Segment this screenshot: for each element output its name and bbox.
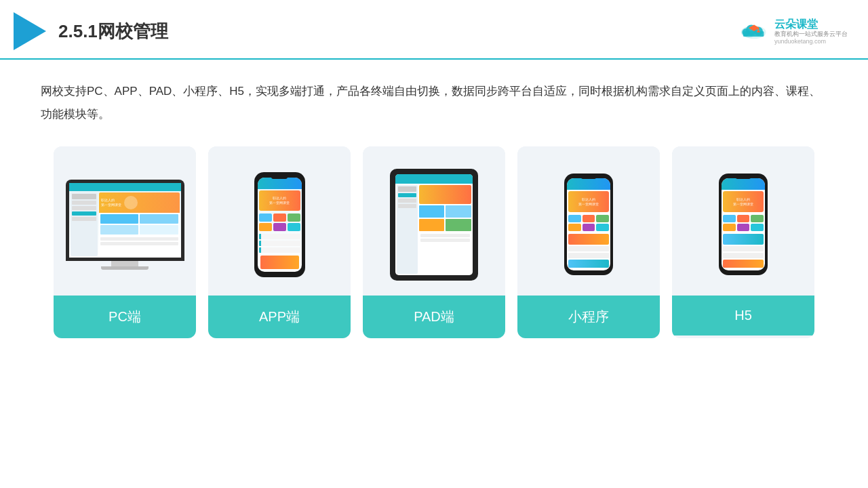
phone-screen: 职达人的第一堂网课堂: [258, 178, 302, 272]
tablet-mockup: [390, 169, 478, 281]
card-app-image: 职达人的第一堂网课堂: [208, 146, 351, 296]
svg-point-8: [757, 31, 760, 33]
card-h5-label: H5: [672, 296, 814, 336]
page-title: 2.5.1网校管理: [58, 20, 168, 43]
card-pad-label: PAD端: [363, 296, 505, 338]
pc-mockup: 职达人的第一堂网课堂: [66, 180, 184, 270]
description-text: 网校支持PC、APP、PAD、小程序、H5，实现多端打通，产品各终端自由切换，数…: [41, 80, 827, 126]
header: 2.5.1网校管理 云朵课堂 教育机构一站式服务云平台 yunduoketang…: [0, 0, 868, 60]
cloud-icon: [738, 20, 770, 42]
phone-mockup: 职达人的第一堂网课堂: [254, 172, 305, 277]
main-content: 网校支持PC、APP、PAD、小程序、H5，实现多端打通，产品各终端自由切换，数…: [0, 60, 868, 352]
card-miniapp-label: 小程序: [517, 296, 660, 338]
card-pad-image: [363, 146, 505, 296]
svg-rect-5: [743, 31, 764, 37]
mini-phone-notch: [581, 176, 596, 179]
phone-notch: [271, 175, 288, 179]
logo-triangle-icon: [14, 12, 46, 50]
brand-text: 云朵课堂 教育机构一站式服务云平台 yunduoketang.com: [774, 18, 848, 45]
card-pc: 职达人的第一堂网课堂: [54, 146, 196, 338]
pc-stand: [111, 261, 138, 266]
card-pc-label: PC端: [54, 296, 196, 338]
card-h5-image: 职达人的第一堂网课堂: [672, 146, 814, 296]
tablet-screen: [395, 174, 473, 275]
card-pc-image: 职达人的第一堂网课堂: [54, 146, 196, 296]
mini-phone-screen: 职达人的第一堂网课堂: [567, 178, 610, 270]
mini-phone-h5-notch: [736, 176, 751, 179]
mini-phone-h5-screen: 职达人的第一堂网课堂: [722, 178, 765, 270]
pc-base: [101, 266, 149, 270]
header-right: 云朵课堂 教育机构一站式服务云平台 yunduoketang.com: [738, 18, 848, 45]
brand-tagline: 教育机构一站式服务云平台: [774, 30, 848, 38]
card-pad: PAD端: [363, 146, 505, 338]
pc-screen: 职达人的第一堂网课堂: [66, 180, 184, 261]
card-miniapp: 职达人的第一堂网课堂: [517, 146, 660, 338]
card-h5: 职达人的第一堂网课堂: [672, 146, 814, 338]
card-miniapp-image: 职达人的第一堂网课堂: [517, 146, 660, 296]
cards-container: 职达人的第一堂网课堂: [41, 146, 827, 338]
card-app: 职达人的第一堂网课堂: [208, 146, 351, 338]
header-left: 2.5.1网校管理: [14, 12, 168, 50]
brand-name: 云朵课堂: [774, 18, 818, 30]
card-app-label: APP端: [208, 296, 351, 338]
svg-rect-7: [758, 28, 760, 31]
mini-phone-mockup: 职达人的第一堂网课堂: [564, 174, 613, 275]
brand-logo: 云朵课堂 教育机构一站式服务云平台 yunduoketang.com: [738, 18, 848, 45]
brand-url: yunduoketang.com: [774, 38, 826, 45]
mini-phone-h5-mockup: 职达人的第一堂网课堂: [719, 174, 768, 275]
